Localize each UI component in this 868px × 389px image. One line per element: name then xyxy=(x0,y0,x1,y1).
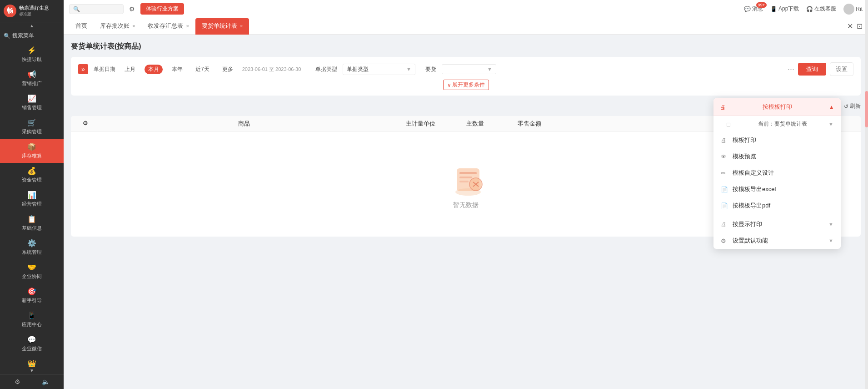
message-icon: 💬 xyxy=(744,6,751,12)
volume-icon[interactable]: 🔈 xyxy=(42,378,50,385)
tab-home-label: 首页 xyxy=(75,22,87,30)
col-retail-amount: 零售金额 xyxy=(502,120,557,128)
sidebar-item-finance[interactable]: 💰 资金管理 xyxy=(0,163,64,187)
date-more[interactable]: 更多 xyxy=(219,65,237,74)
refresh-label: 刷新 xyxy=(850,102,861,110)
sidebar-item-basic[interactable]: 📋 基础信息 xyxy=(0,211,64,235)
sidebar-scroll-up[interactable]: ▲ xyxy=(0,22,64,29)
topbar-search-bar[interactable]: 🔍 xyxy=(69,4,124,14)
sidebar-nav: ⚡ 快捷导航 📢 营销推广 📈 销售管理 🛒 采购管理 📦 库存核算 💰 资金管… xyxy=(0,42,64,367)
purchase-icon: 🛒 xyxy=(27,118,36,127)
date-this-month[interactable]: 本月 xyxy=(145,65,163,74)
tab-receipt-summary-close[interactable]: × xyxy=(186,23,189,29)
sidebar-item-wechat[interactable]: 💬 企业微信 xyxy=(0,332,64,356)
settings-button[interactable]: 设置 xyxy=(830,62,853,76)
sales-label: 销售管理 xyxy=(22,104,42,111)
date-7days[interactable]: 近7天 xyxy=(192,65,213,74)
operation-label: 经营管理 xyxy=(22,201,42,207)
quick-nav-label: 快捷导航 xyxy=(22,56,42,63)
query-button[interactable]: 查询 xyxy=(798,63,826,76)
order-type-select[interactable]: ▼ xyxy=(442,64,496,74)
type-select[interactable]: 单据类型 ▼ xyxy=(343,64,415,75)
close-window-button[interactable]: ✕ xyxy=(847,22,853,30)
settings-bottom-icon[interactable]: ⚙ xyxy=(15,378,20,385)
dropdown-collapse-icon[interactable]: ▲ xyxy=(828,104,834,111)
tab-order-stats-label: 要货单统计表 xyxy=(202,22,237,30)
sidebar-item-purchase[interactable]: 🛒 采购管理 xyxy=(0,115,64,139)
app-version: 标准版 xyxy=(19,11,49,17)
default-func-label: 设置默认功能 xyxy=(733,237,768,245)
dropdown-header: 🖨 按模板打印 ▲ xyxy=(713,98,841,116)
avatar-image xyxy=(843,4,854,15)
svg-rect-2 xyxy=(459,172,477,174)
topbar: 🔍 ⚙ 体验行业方案 💬 消息 99+ 📱 App下载 🎧 在线客服 Rit xyxy=(64,0,868,18)
date-last-month[interactable]: 上月 xyxy=(121,65,139,74)
dropdown-item-display-print[interactable]: 🖨 按显示打印 ▼ xyxy=(713,216,841,232)
sidebar-item-cooperation[interactable]: 🤝 企业协同 xyxy=(0,259,64,283)
purchase-label: 采购管理 xyxy=(22,128,42,135)
filter-row-1: » 单据日期 上月 本月 本年 近7天 更多 2023-06-01 至 2023… xyxy=(78,62,853,76)
dropdown-title-icon: 🖨 xyxy=(720,104,726,111)
dropdown-item-template-print[interactable]: 🖨 模板打印 xyxy=(713,132,841,148)
sidebar-item-vip[interactable]: 👑 畅会员 xyxy=(0,356,64,367)
sidebar-item-marketing[interactable]: 📢 营销推广 xyxy=(0,66,64,91)
sidebar: 畅 畅康通好生意 标准版 ▲ 🔍 搜索菜单 ⚡ 快捷导航 📢 营销推广 📈 销售… xyxy=(0,0,64,389)
user-avatar[interactable]: Rit xyxy=(843,4,863,15)
dropdown-item-default-func[interactable]: ⚙ 设置默认功能 ▼ xyxy=(713,232,841,249)
empty-illustration xyxy=(448,159,484,196)
service-icon: 🎧 xyxy=(806,6,813,12)
topbar-search-icon: 🔍 xyxy=(73,6,80,12)
display-print-label: 按显示打印 xyxy=(733,220,762,228)
scrollbar-thumb[interactable] xyxy=(865,91,868,127)
more-options-icon[interactable]: ··· xyxy=(788,65,794,74)
app-center-label: 应用中心 xyxy=(22,321,42,328)
dropdown-item-export-pdf[interactable]: 📄 按模板导出pdf xyxy=(713,197,841,214)
order-type-arrow-icon: ▼ xyxy=(487,66,492,72)
refresh-button[interactable]: ↺ 刷新 xyxy=(844,102,861,110)
default-func-icon: ⚙ xyxy=(721,237,728,244)
dropdown-item-template-preview[interactable]: 👁 模板预览 xyxy=(713,148,841,165)
tab-order-stats[interactable]: 要货单统计表 × xyxy=(195,18,249,35)
tab-receipt-summary-label: 收发存汇总表 xyxy=(148,22,183,30)
dropdown-item-template-custom[interactable]: ✏ 模板自定义设计 xyxy=(713,165,841,181)
col-settings[interactable]: ⚙ xyxy=(76,120,95,128)
app-download-item[interactable]: 📱 App下载 xyxy=(770,5,799,13)
maximize-button[interactable]: ⊡ xyxy=(857,22,863,30)
template-custom-label: 模板自定义设计 xyxy=(733,169,774,177)
sidebar-item-quick-nav[interactable]: ⚡ 快捷导航 xyxy=(0,42,64,66)
sidebar-scroll-down[interactable]: ▼ xyxy=(0,367,64,374)
sidebar-item-guide[interactable]: 🎯 新手引导 xyxy=(0,283,64,308)
refresh-icon: ↺ xyxy=(844,103,848,110)
type-arrow-icon: ▼ xyxy=(406,66,411,72)
industry-button[interactable]: 体验行业方案 xyxy=(140,3,184,15)
wechat-label: 企业微信 xyxy=(22,345,42,352)
sidebar-item-app-center[interactable]: 📱 应用中心 xyxy=(0,308,64,332)
sidebar-bottom: ⚙ 🔈 xyxy=(0,374,64,389)
sidebar-item-sales[interactable]: 📈 销售管理 xyxy=(0,91,64,115)
expand-more-btn[interactable]: ∨ 展开更多条件 xyxy=(443,80,489,90)
svg-rect-3 xyxy=(459,177,472,178)
filter-toggle-btn[interactable]: » xyxy=(78,64,88,74)
tab-batch-account-label: 库存批次账 xyxy=(100,22,130,30)
online-service-item[interactable]: 🎧 在线客服 xyxy=(806,5,836,13)
message-item[interactable]: 💬 消息 99+ xyxy=(744,5,763,13)
topbar-gear-icon[interactable]: ⚙ xyxy=(129,5,135,13)
date-this-year[interactable]: 本年 xyxy=(168,65,186,74)
operation-icon: 📊 xyxy=(27,191,36,199)
tab-home[interactable]: 首页 xyxy=(69,18,94,35)
tab-batch-account-close[interactable]: × xyxy=(132,23,135,29)
sidebar-item-inventory[interactable]: 📦 库存核算 xyxy=(0,139,64,163)
dropdown-current-template[interactable]: ◻ 当前：要货单统计表 ▼ xyxy=(713,116,841,132)
right-scrollbar[interactable] xyxy=(865,0,868,389)
tab-receipt-summary[interactable]: 收发存汇总表 × xyxy=(141,18,195,35)
app-center-icon: 📱 xyxy=(27,311,36,320)
tab-actions: ✕ ⊡ xyxy=(847,22,863,30)
tab-batch-account[interactable]: 库存批次账 × xyxy=(94,18,141,35)
dropdown-item-export-excel[interactable]: 📄 按模板导出excel xyxy=(713,181,841,197)
current-template-label: 当前：要货单统计表 xyxy=(758,120,807,128)
sidebar-item-operation[interactable]: 📊 经营管理 xyxy=(0,187,64,211)
wechat-icon: 💬 xyxy=(27,335,36,344)
sidebar-search[interactable]: 🔍 搜索菜单 xyxy=(0,29,64,42)
sidebar-item-system[interactable]: ⚙️ 系统管理 xyxy=(0,235,64,259)
tab-order-stats-close[interactable]: × xyxy=(240,23,243,29)
